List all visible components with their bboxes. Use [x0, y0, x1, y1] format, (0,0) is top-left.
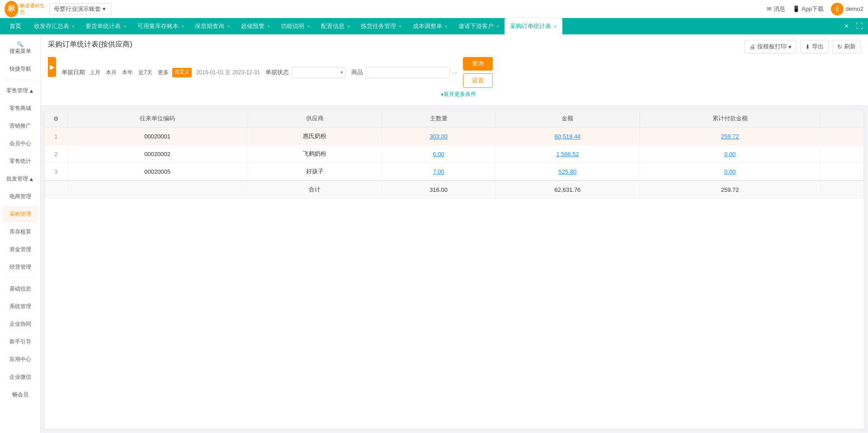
- row-extra: [820, 128, 864, 145]
- message-btn[interactable]: ✉ 消息: [767, 5, 785, 13]
- tab-peizhi[interactable]: 配置信息 ×: [316, 18, 355, 34]
- tab-chaochuyujing[interactable]: 超储预警 ×: [236, 18, 275, 34]
- date-7days[interactable]: 近7天: [137, 68, 154, 77]
- close-icon[interactable]: ×: [347, 24, 350, 29]
- row-extra: [820, 145, 864, 163]
- sidebar-item-huiyuan[interactable]: 会员中心: [2, 135, 38, 152]
- row-code: 00020001: [67, 128, 247, 145]
- row-paid: 0.00: [640, 145, 820, 163]
- logo-icon: 标: [5, 1, 18, 17]
- user-area[interactable]: E demo2: [831, 3, 863, 15]
- nav-close-btn[interactable]: ×: [842, 20, 851, 32]
- status-label: 单据状态: [265, 68, 289, 76]
- date-custom-badge[interactable]: 自定义: [172, 68, 192, 77]
- sidebar-item-lingshou[interactable]: 零售管理▲: [2, 82, 38, 99]
- tab-chenben[interactable]: 成本调整单 ×: [407, 18, 453, 34]
- close-icon[interactable]: ×: [554, 24, 557, 29]
- tab-yaohuo[interactable]: 要货单统计表 ×: [80, 18, 132, 34]
- sidebar-item-kucun[interactable]: 库存核算: [2, 224, 38, 240]
- col-code: 往来单位编码: [67, 110, 247, 128]
- tab-caigou[interactable]: 采购订单统计表 ×: [505, 18, 562, 34]
- sidebar-item-caigou[interactable]: 采购管理: [2, 206, 38, 223]
- close-icon[interactable]: ×: [307, 24, 310, 29]
- row-index: 3: [45, 163, 67, 181]
- template-print-button[interactable]: 🖨 按模板打印 ▾: [745, 40, 797, 53]
- sidebar-item-yingyong[interactable]: 应用中心: [2, 351, 38, 368]
- sidebar-item-xitong[interactable]: 系统管理: [2, 298, 38, 315]
- close-icon[interactable]: ×: [399, 24, 401, 29]
- settings-button[interactable]: 设置: [463, 73, 493, 88]
- paid-link[interactable]: 0.00: [724, 151, 736, 157]
- sidebar-item-yingxiao[interactable]: 营销推广: [2, 118, 38, 134]
- date-last-month[interactable]: 上月: [88, 68, 102, 77]
- date-more[interactable]: 更多: [156, 68, 170, 77]
- divider: [4, 80, 37, 80]
- paid-link[interactable]: 0.00: [724, 168, 736, 175]
- close-icon[interactable]: ×: [123, 24, 126, 29]
- amount-link[interactable]: 525.80: [559, 168, 577, 175]
- footer-amount: 62,631.76: [495, 181, 640, 199]
- sidebar-item-jingying[interactable]: 经营管理: [2, 259, 38, 276]
- row-code: 00020005: [67, 163, 247, 181]
- footer-total-label: 合计: [247, 181, 382, 199]
- query-button[interactable]: 查询: [463, 57, 493, 71]
- chevron-down-icon: ▲: [29, 176, 34, 182]
- tab-home[interactable]: 首页: [2, 18, 28, 34]
- qty-link[interactable]: 6.00: [433, 151, 444, 157]
- toggle-collapse-button[interactable]: ▶: [48, 57, 56, 77]
- sidebar-item-jichu[interactable]: 基础信息: [2, 281, 38, 297]
- tab-shoufayuhui[interactable]: 收发存汇总表 ×: [28, 18, 80, 34]
- close-icon[interactable]: ×: [227, 24, 230, 29]
- sidebar-item-qiye[interactable]: 企业协同: [2, 316, 38, 333]
- date-range: 2016-01-01 至 2023-12-31: [196, 69, 260, 76]
- more-icon[interactable]: ···: [453, 69, 458, 76]
- top-right: ✉ 消息 📱 App下载 E demo2: [767, 3, 863, 15]
- industry-selector[interactable]: 母婴行业演示账套 ▾: [50, 3, 112, 15]
- sidebar-item-kuaijie[interactable]: 快捷导航: [2, 61, 38, 77]
- paid-link[interactable]: 259.72: [721, 133, 739, 140]
- sidebar-item-lingshoushangcheng[interactable]: 零售商城: [2, 100, 38, 117]
- date-this-year[interactable]: 本年: [120, 68, 135, 77]
- close-icon[interactable]: ×: [445, 24, 448, 29]
- amount-link[interactable]: 1,586.52: [556, 151, 579, 157]
- goods-input[interactable]: [366, 67, 450, 78]
- close-icon[interactable]: ×: [267, 24, 270, 29]
- filter-row-1: 单据日期 上月 本月 本年 近7天 更多 自定义 2016-01-01 至 20…: [61, 57, 855, 88]
- nav-expand-btn[interactable]: ⛶: [853, 20, 866, 32]
- tab-kuyucun[interactable]: 可用量库存账本 ×: [132, 18, 189, 34]
- sidebar-item-search[interactable]: 🔍 搜索菜单: [2, 37, 38, 60]
- sidebar-item-pifa[interactable]: 批发管理▲: [2, 171, 38, 187]
- tab-tuohuo[interactable]: 拣货任务管理 ×: [355, 18, 407, 34]
- app-download-btn[interactable]: 📱 App下载: [793, 5, 824, 13]
- export-button[interactable]: ⬇ 导出: [800, 40, 829, 53]
- sidebar-item-dianshang[interactable]: 电商管理: [2, 188, 38, 205]
- sidebar-item-qiyeweixin[interactable]: 企业微信: [2, 369, 38, 385]
- sidebar-item-zijin[interactable]: 资金管理: [2, 241, 38, 258]
- row-qty: 7.00: [382, 163, 495, 181]
- expand-more-btn[interactable]: ▾ 展开更多条件: [61, 88, 855, 101]
- row-index: 1: [45, 128, 67, 145]
- col-settings[interactable]: ⚙: [45, 110, 67, 128]
- goods-label: 商品: [351, 68, 363, 76]
- sidebar-item-changhui[interactable]: 畅会员: [2, 386, 38, 403]
- date-this-month[interactable]: 本月: [104, 68, 118, 77]
- close-icon[interactable]: ×: [496, 24, 499, 29]
- refresh-button[interactable]: ↻ 刷新: [832, 40, 861, 53]
- tab-gongneng[interactable]: 功能说明 ×: [275, 18, 315, 34]
- sidebar-item-xinshou[interactable]: 新手引导: [2, 333, 38, 350]
- qty-link[interactable]: 303.00: [429, 133, 448, 140]
- tab-yaoqing[interactable]: 邀请下游客户 ×: [453, 18, 505, 34]
- sidebar-item-lingshoutongji[interactable]: 零售统计: [2, 153, 38, 170]
- settings-icon[interactable]: ⚙: [53, 115, 59, 122]
- close-icon[interactable]: ×: [181, 24, 184, 29]
- main-layout: 🔍 搜索菜单 快捷导航 零售管理▲ 零售商城 营销推广 会员中心 零售统计 批发…: [0, 34, 868, 433]
- page-actions: 🖨 按模板打印 ▾ ⬇ 导出 ↻ 刷新: [745, 40, 861, 53]
- footer-qty: 316.00: [382, 181, 495, 199]
- qty-link[interactable]: 7.00: [433, 168, 444, 175]
- tab-baozhiqi[interactable]: 保质期查询 ×: [189, 18, 235, 34]
- col-supplier: 供应商: [247, 110, 382, 128]
- close-icon[interactable]: ×: [72, 24, 75, 29]
- status-select[interactable]: [292, 67, 346, 78]
- amount-link[interactable]: 60,519.44: [555, 133, 581, 140]
- row-index: 2: [45, 145, 67, 163]
